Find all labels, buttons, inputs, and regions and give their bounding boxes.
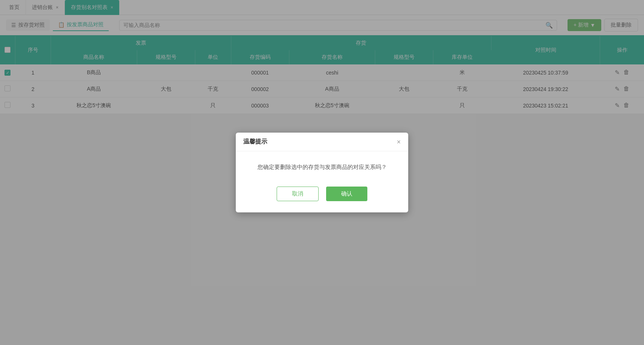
dialog-overlay: 温馨提示 × 您确定要删除选中的存货与发票商品的对应关系吗？ 取消 确认: [0, 0, 644, 114]
